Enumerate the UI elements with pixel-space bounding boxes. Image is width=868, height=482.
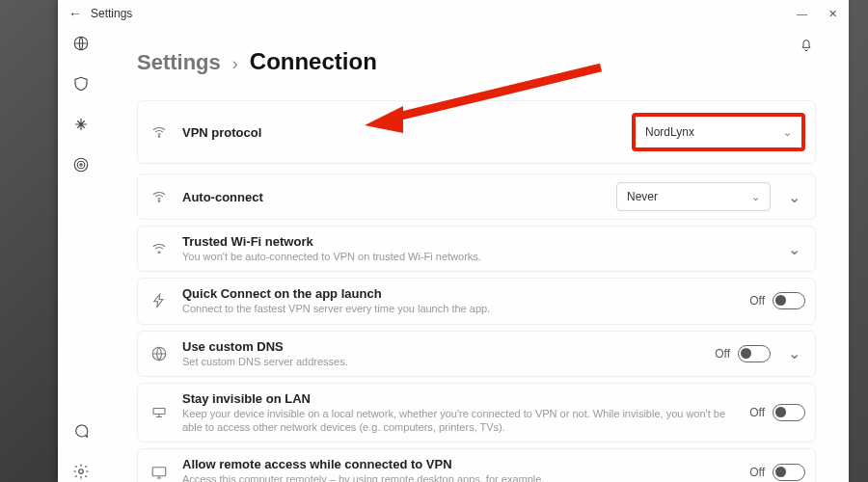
expand-button[interactable]: ⌄ [782,188,805,206]
row-label: Quick Connect on the app launch [182,286,738,301]
wifi-icon [148,188,171,205]
bolt-icon [148,292,171,309]
custom-dns-toggle[interactable] [738,345,771,362]
toggle-label: Off [749,406,765,419]
svg-point-4 [79,469,84,474]
svg-point-7 [158,136,160,138]
row-label: Allow remote access while connected to V… [182,457,738,471]
chevron-down-icon: ⌄ [783,126,792,139]
remote-icon [148,464,171,481]
row-label: Stay invisible on LAN [182,391,738,406]
quick-connect-toggle[interactable] [773,292,805,309]
vpn-protocol-select[interactable]: NordLynx ⌄ [632,113,805,151]
app-window: ← Settings — ✕ [58,0,849,482]
toggle-label: Off [749,294,765,308]
svg-point-1 [74,158,88,172]
row-custom-dns: Use custom DNS Set custom DNS server add… [137,331,816,377]
expand-button[interactable]: ⌄ [782,240,805,258]
back-button[interactable]: ← [66,6,85,21]
chevron-down-icon: ⌄ [751,191,760,203]
notifications-icon[interactable] [799,37,814,52]
breadcrumb-root[interactable]: Settings [137,50,221,75]
shield-icon[interactable] [70,73,92,94]
remote-access-toggle[interactable] [773,464,805,481]
select-value: NordLynx [645,125,694,139]
svg-rect-12 [152,467,166,475]
select-value: Never [627,190,658,203]
svg-point-9 [158,252,160,254]
globe-icon[interactable] [70,33,92,54]
main-content: Settings › Connection [104,0,849,482]
row-desc: You won't be auto-connected to VPN on tr… [182,250,771,263]
sparkle-icon[interactable] [70,114,92,135]
row-desc: Connect to the fastest VPN server every … [182,302,738,315]
row-label: Trusted Wi-Fi network [182,234,771,249]
lan-icon [148,404,171,421]
row-auto-connect: Auto-connect Never ⌄ ⌄ [137,174,816,220]
sidebar [58,0,104,482]
breadcrumb-separator: › [232,54,238,74]
row-label: Use custom DNS [182,339,703,354]
svg-point-2 [77,161,85,169]
row-desc: Access this computer remotely – by using… [182,472,738,482]
target-icon[interactable] [70,154,92,175]
dns-icon [148,345,171,362]
wifi-trust-icon [148,240,171,257]
auto-connect-select[interactable]: Never ⌄ [616,182,771,211]
row-label: Auto-connect [182,190,605,204]
row-quick-connect: Quick Connect on the app launch Connect … [137,278,816,324]
chat-icon[interactable] [70,420,92,442]
wifi-protocol-icon [148,123,171,141]
row-label: VPN protocol [182,125,620,140]
expand-button[interactable]: ⌄ [782,344,805,362]
toggle-label: Off [749,466,765,479]
stay-invisible-toggle[interactable] [773,404,805,421]
row-desc: Set custom DNS server addresses. [182,355,703,368]
breadcrumb: Settings › Connection [137,48,816,75]
toggle-label: Off [715,347,730,361]
breadcrumb-current: Connection [250,48,377,75]
row-vpn-protocol: VPN protocol NordLynx ⌄ [137,100,816,164]
svg-point-3 [80,164,82,166]
row-trusted-wifi: Trusted Wi-Fi network You won't be auto-… [137,226,816,272]
svg-point-8 [158,201,160,202]
row-stay-invisible: Stay invisible on LAN Keep your device i… [137,383,816,443]
row-desc: Keep your device invisible on a local ne… [182,407,738,435]
gear-icon[interactable] [70,461,92,482]
settings-list: VPN protocol NordLynx ⌄ Auto-connect [137,100,816,482]
row-remote-access: Allow remote access while connected to V… [137,448,816,482]
svg-rect-11 [153,409,165,415]
